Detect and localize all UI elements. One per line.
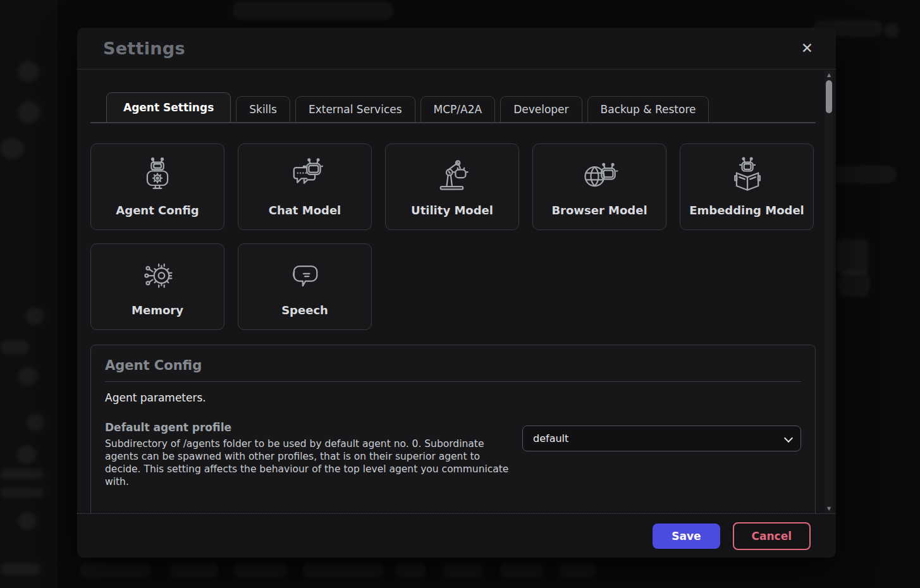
circuit-gear-icon [137,257,178,297]
close-icon[interactable]: ✕ [796,39,818,58]
dimmed-sidebar-icon [25,307,44,325]
robot-gear-icon [137,157,178,197]
nav-card-label: Memory [132,303,183,317]
dimmed-sidebar-label [0,488,44,497]
nav-card-speech[interactable]: Speech [238,243,372,330]
save-button[interactable]: Save [653,524,720,549]
default-agent-profile-select[interactable]: default [522,426,801,451]
robot-globe-icon [579,157,620,197]
tab-developer[interactable]: Developer [500,96,582,122]
nav-card-label: Browser Model [551,204,647,217]
dimmed-sidebar-icon [0,138,24,159]
dimmed-sidebar-label [0,563,40,575]
modal-title: Settings [103,39,185,58]
field-label: Default agent profile [105,421,522,434]
dimmed-bottom-badge [80,563,150,578]
dimmed-sidebar-icon [18,101,40,124]
dimmed-right-panel-icon [836,239,869,274]
nav-card-label: Agent Config [116,204,199,217]
dimmed-suggestion-pill [233,1,393,20]
nav-card-label: Speech [281,303,328,317]
cancel-button[interactable]: Cancel [733,522,811,550]
modal-body: Agent Settings Skills External Services … [77,70,836,513]
robot-chat-icon [284,157,326,197]
dimmed-sidebar-icon [18,512,37,530]
dimmed-bottom-badge [233,563,287,578]
speech-bubble-icon [284,257,326,297]
nav-card-utility-model[interactable]: Utility Model [385,144,519,230]
robot-arm-icon [431,157,473,197]
section-divider [105,381,801,382]
section-title: Agent Config [105,358,801,373]
nav-card-embedding-model[interactable]: Embedding Model [680,144,814,230]
modal-scrollbar[interactable]: ▲ ▼ [825,71,833,513]
scrollbar-track[interactable] [825,80,833,505]
default-agent-profile-field: Default agent profile Subdirectory of /a… [105,421,801,489]
dimmed-bottom-badge [302,563,383,578]
dimmed-right-panel-badge [838,271,870,297]
settings-nav-cards: Agent Config Chat Model [90,144,816,330]
dimmed-bottom-badge [559,563,596,578]
dimmed-sidebar-icon [27,413,44,431]
robot-book-icon [726,157,768,197]
dimmed-left-sidebar [0,0,57,588]
dimmed-bottom-badge [169,563,219,578]
dimmed-topright-icon [884,23,899,38]
dimmed-bottom-badge [500,563,544,578]
modal-header: Settings ✕ [77,28,836,70]
scrollbar-thumb[interactable] [826,80,832,113]
scrollbar-up-icon[interactable]: ▲ [827,71,831,80]
dimmed-bottom-badge [443,563,483,578]
dimmed-bottom-badge [396,563,426,578]
dimmed-sidebar-label [0,469,44,479]
dimmed-sidebar-label [0,340,29,354]
default-agent-profile-select-wrap: default [522,426,801,451]
nav-card-label: Utility Model [411,204,493,217]
section-description: Agent parameters. [105,391,801,404]
modal-scroll-content: Agent Settings Skills External Services … [77,70,822,513]
tab-agent-settings[interactable]: Agent Settings [106,92,231,122]
nav-card-memory[interactable]: Memory [90,243,224,330]
tab-bar: Agent Settings Skills External Services … [90,92,816,123]
nav-card-label: Chat Model [269,204,341,217]
dimmed-sidebar-icon [18,61,39,82]
nav-card-browser-model[interactable]: Browser Model [532,144,666,230]
dimmed-sidebar-icon [18,367,38,386]
tab-external-services[interactable]: External Services [295,96,415,122]
scrollbar-down-icon[interactable]: ▼ [827,505,831,513]
tab-backup-restore[interactable]: Backup & Restore [587,96,709,122]
nav-card-chat-model[interactable]: Chat Model [238,144,372,230]
settings-modal: Settings ✕ Agent Settings Skills Externa… [77,28,836,558]
field-description: Subdirectory of /agents folder to be use… [105,438,510,489]
modal-footer: Save Cancel [77,513,836,558]
tab-skills[interactable]: Skills [236,96,290,122]
nav-card-label: Embedding Model [689,204,804,217]
tab-mcp-a2a[interactable]: MCP/A2A [420,96,496,122]
dimmed-sidebar-icon [16,445,37,464]
agent-config-section: Agent Config Agent parameters. Default a… [90,345,816,513]
nav-card-agent-config[interactable]: Agent Config [90,144,224,230]
